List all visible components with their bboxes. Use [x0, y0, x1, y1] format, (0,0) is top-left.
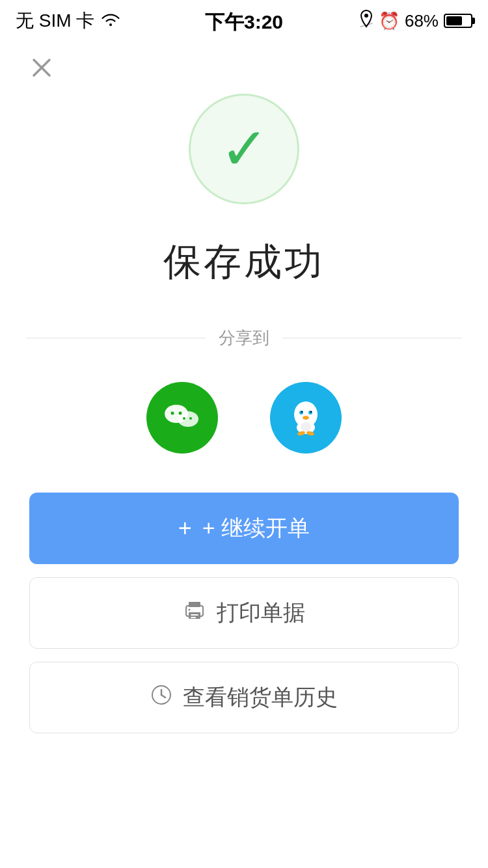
history-label: 查看销货单历史 — [183, 683, 338, 712]
svg-rect-24 — [191, 614, 198, 616]
main-content: ✓ 保存成功 分享到 — [0, 42, 488, 733]
wechat-share-button[interactable] — [146, 382, 218, 454]
success-title: 保存成功 — [163, 237, 325, 288]
svg-point-26 — [189, 609, 191, 611]
location-icon — [359, 10, 373, 33]
printer-icon — [183, 599, 206, 627]
svg-point-18 — [301, 422, 311, 431]
history-button[interactable]: 查看销货单历史 — [29, 662, 459, 733]
svg-point-14 — [301, 411, 303, 413]
svg-line-29 — [161, 695, 165, 698]
svg-point-15 — [310, 411, 312, 413]
print-button[interactable]: 打印单据 — [29, 577, 459, 649]
buttons-section: + + 继续开单 打印单据 — [29, 493, 459, 733]
status-left: 无 SIM 卡 — [16, 8, 120, 33]
alarm-icon: ⏰ — [379, 11, 400, 31]
share-section: 分享到 — [0, 327, 488, 454]
status-bar: 无 SIM 卡 下午3:20 ⏰ 68% — [0, 0, 488, 42]
svg-point-5 — [171, 412, 174, 415]
svg-rect-25 — [191, 617, 196, 618]
continue-label: + 继续开单 — [202, 513, 310, 543]
status-right: ⏰ 68% — [359, 10, 472, 33]
svg-point-16 — [303, 416, 309, 420]
svg-point-7 — [183, 417, 185, 420]
close-button[interactable] — [26, 52, 57, 83]
svg-point-8 — [189, 417, 192, 420]
qq-share-button[interactable] — [270, 382, 342, 454]
no-sim-label: 无 SIM 卡 — [16, 8, 94, 33]
svg-point-6 — [179, 412, 182, 415]
share-label: 分享到 — [219, 327, 269, 349]
plus-icon: + — [178, 515, 192, 542]
battery-icon — [444, 14, 472, 28]
status-time: 下午3:20 — [205, 9, 283, 36]
battery-percent: 68% — [405, 11, 439, 31]
svg-point-0 — [364, 14, 368, 18]
wifi-icon — [101, 10, 120, 31]
print-label: 打印单据 — [217, 598, 305, 628]
share-icons — [26, 382, 462, 454]
svg-point-12 — [299, 411, 303, 414]
share-divider: 分享到 — [26, 327, 462, 349]
clock-icon — [150, 684, 172, 711]
checkmark-icon: ✓ — [220, 120, 269, 178]
svg-rect-22 — [189, 602, 200, 607]
continue-button[interactable]: + + 继续开单 — [29, 493, 459, 564]
success-circle: ✓ — [189, 94, 299, 204]
svg-point-13 — [308, 411, 312, 414]
